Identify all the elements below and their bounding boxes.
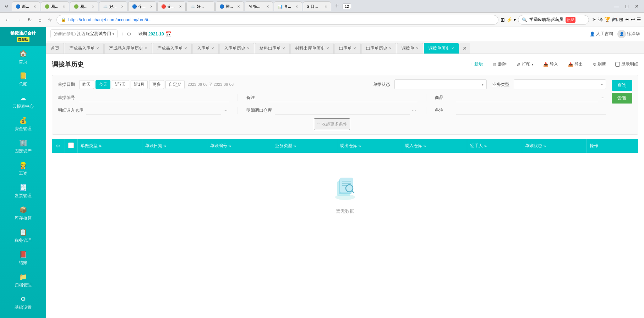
col-doc-number[interactable]: 单账编号 ⇅ (207, 139, 272, 153)
page-tab-10[interactable]: 调拨单 ✕ (397, 43, 423, 54)
browser-tab-tab9[interactable]: M畅...✕ (245, 1, 273, 11)
settings-btn[interactable]: 设置 (612, 93, 632, 104)
browser-tab-tab3[interactable]: 🟢易...✕ (70, 1, 98, 11)
page-tab-close-icon[interactable]: ✕ (144, 46, 147, 50)
browser-tab-tab4[interactable]: ☁️好...✕ (99, 1, 127, 11)
col-business-type[interactable]: 业务类型 ⇅ (272, 139, 337, 153)
tab-close-icon[interactable]: ✕ (92, 5, 94, 9)
sidebar-item-6[interactable]: 🧾发票管理 (0, 180, 46, 202)
detail-note-input[interactable] (456, 106, 606, 115)
close-btn[interactable]: ✕ (633, 2, 641, 11)
sidebar-item-12[interactable]: 🔰新手引导 (0, 314, 46, 318)
user-profile[interactable]: 👤 徐泽华 (617, 30, 640, 38)
tab-close-icon[interactable]: ✕ (33, 5, 36, 9)
browser-tab-tab7[interactable]: ☁️好... (186, 1, 215, 11)
select-all-checkbox[interactable] (68, 143, 74, 148)
tab-close-icon[interactable]: ✕ (179, 5, 182, 9)
col-in-warehouse[interactable]: 调入仓库 ⇅ (402, 139, 467, 153)
browser-back-btn[interactable]: ⊙ (3, 2, 10, 10)
maximize-btn[interactable]: □ (623, 2, 631, 11)
service-btn[interactable]: 👤 人工咨询 (590, 31, 613, 37)
goods-dots-btn[interactable]: ··· (599, 95, 606, 100)
page-tab-4[interactable]: 入库单 ✕ (192, 43, 219, 54)
ext-dropdown-icon[interactable]: ▾ (514, 17, 516, 22)
page-tab-5[interactable]: 入库单历史 ✕ (219, 43, 254, 54)
sidebar-item-0[interactable]: 🏠首页 (0, 46, 46, 68)
home-btn[interactable]: ⌂ (36, 16, 43, 24)
reward-icon[interactable]: 🏆 (604, 17, 610, 23)
browser-tab-tab10[interactable]: 📊各...✕ (274, 1, 302, 11)
page-tab-9[interactable]: 出库单历史 ✕ (361, 43, 396, 54)
note-input[interactable] (268, 93, 417, 102)
minimize-btn[interactable]: — (612, 2, 621, 11)
new-tab-btn[interactable]: + (333, 2, 341, 11)
sidebar-item-5[interactable]: 👷工资 (0, 158, 46, 180)
page-tab-1[interactable]: 产成品入库单 ✕ (65, 43, 104, 54)
page-tab-close-icon[interactable]: ✕ (282, 46, 285, 50)
tab-close-icon[interactable]: ✕ (121, 5, 124, 9)
goods-input[interactable] (456, 93, 598, 102)
sidebar-item-11[interactable]: ⚙基础设置 (0, 292, 46, 314)
sidebar-item-10[interactable]: 📁归档管理 (0, 269, 46, 292)
scissors-icon[interactable]: ✂ (593, 17, 597, 23)
page-tab-close-icon[interactable]: ✕ (416, 46, 419, 50)
display-toggle[interactable]: 显示明细 (615, 61, 638, 67)
date-btn-yesterday[interactable]: 昨天 (79, 80, 94, 89)
page-tab-close-icon[interactable]: ✕ (247, 46, 250, 50)
period-value[interactable]: 2021-10 (148, 32, 164, 37)
sidebar-item-4[interactable]: 🏢固定资产 (0, 135, 46, 158)
date-btn-more[interactable]: 更多 (149, 80, 164, 89)
page-tab-close-icon[interactable]: ✕ (96, 46, 99, 50)
browser-tab-tab1[interactable]: 🔵新...✕ (12, 1, 40, 11)
theme-icon[interactable]: ☀ (625, 17, 629, 23)
page-tab-8[interactable]: 出库单 ✕ (334, 43, 361, 54)
detail-in-input[interactable] (86, 106, 221, 115)
page-tab-3[interactable]: 产成品入库单 ✕ (153, 43, 192, 54)
delete-btn[interactable]: 🗑 删除 (489, 60, 510, 69)
col-handler[interactable]: 经手人 ⇅ (467, 139, 522, 153)
address-bar[interactable]: 🔒 https://cloud.chanjet.com/accounting/u… (56, 15, 498, 25)
browser-tab-tab5[interactable]: 🔵个...✕ (128, 1, 157, 11)
date-btn-7days[interactable]: 近7天 (112, 80, 129, 89)
tab-close-icon[interactable]: ✕ (266, 5, 269, 9)
page-tab-close-icon[interactable]: ✕ (211, 46, 214, 50)
col-out-warehouse[interactable]: 调出仓库 ⇅ (337, 139, 402, 153)
tab-close-icon[interactable]: ✕ (62, 5, 65, 9)
browser-tab-tab11[interactable]: S目...✕ (303, 1, 331, 11)
sidebar-item-7[interactable]: 📦库存核算 (0, 202, 46, 225)
reload-btn[interactable]: ↻ (26, 16, 34, 24)
browser-search-bar[interactable]: 🔍 学霸应聘场驱鸟员 热搜 (518, 15, 589, 25)
back-nav-btn[interactable]: ← (3, 16, 12, 24)
display-checkbox[interactable] (615, 62, 620, 67)
page-tab-close-icon[interactable]: ✕ (353, 46, 356, 50)
tab-close-icon[interactable]: ✕ (150, 5, 153, 9)
sidebar-item-2[interactable]: ☁云报表中心 (0, 91, 46, 113)
page-tab-11[interactable]: 调拨单历史 ✕ (424, 43, 459, 54)
date-btn-1month[interactable]: 近1月 (131, 80, 148, 89)
add-company-btn[interactable]: + (120, 31, 124, 37)
page-tab-0[interactable]: 首页 (46, 43, 64, 54)
print-btn[interactable]: 🖨 打印 ▾ (513, 60, 537, 69)
export-btn[interactable]: 📤 导出 (564, 60, 586, 69)
query-btn[interactable]: 查询 (612, 80, 632, 91)
sidebar-item-1[interactable]: 📒总账 (0, 68, 46, 91)
import-btn[interactable]: 📥 导入 (540, 60, 562, 69)
menu-icon[interactable]: ☰ (637, 17, 641, 23)
company-selector[interactable]: (勿删勿禁用) 江西服宝测试专用 ▾ (50, 29, 118, 38)
col-checkbox[interactable] (65, 139, 77, 153)
date-btn-custom[interactable]: 自定义 (165, 80, 185, 89)
detail-in-dots-btn[interactable]: ··· (222, 107, 229, 113)
tab-close-icon[interactable]: ✕ (324, 5, 327, 9)
tab-close-icon[interactable]: ✕ (237, 5, 240, 9)
detail-out-dots-btn[interactable]: ··· (410, 107, 417, 113)
collapse-btn[interactable]: ⌃ 收起更多条件 (314, 118, 350, 130)
refresh-btn[interactable]: ↻ 刷新 (589, 60, 610, 69)
detail-out-input[interactable] (275, 106, 410, 115)
col-settings[interactable]: ⚙ (52, 139, 65, 153)
page-tab-7[interactable]: 材料出库单历史 ✕ (290, 43, 334, 54)
tab-close-icon[interactable]: ✕ (295, 5, 298, 9)
col-doc-date[interactable]: 单账日期 ⇅ (142, 139, 207, 153)
page-tab-2[interactable]: 产成品入库单历史 ✕ (104, 43, 152, 54)
close-all-tabs-btn[interactable]: ✕ (459, 43, 470, 54)
forward-nav-btn[interactable]: → (14, 16, 23, 24)
